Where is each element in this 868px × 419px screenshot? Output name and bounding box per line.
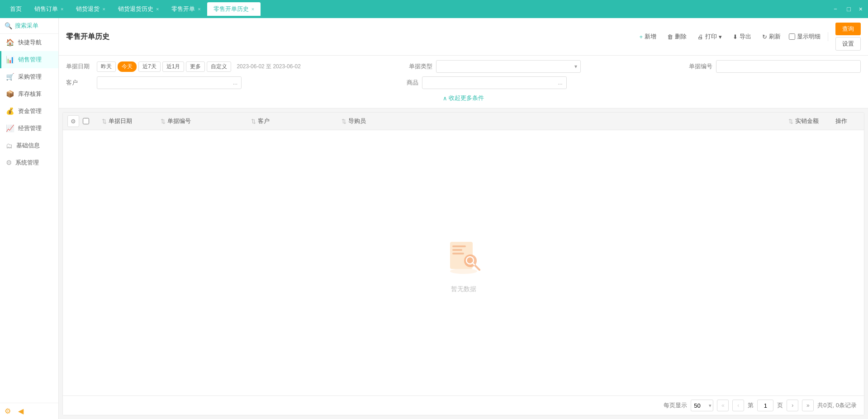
last-page-button[interactable]: »: [802, 400, 814, 411]
tab-sales-return-close[interactable]: ×: [102, 6, 105, 12]
sidebar-item-finance-label: 资金管理: [18, 107, 42, 115]
customer-input[interactable]: [101, 80, 233, 86]
col-date-sort-icon[interactable]: ⇅: [102, 118, 107, 125]
export-button[interactable]: ⬇ 导出: [730, 31, 754, 42]
tab-retail-open-history-close[interactable]: ×: [251, 6, 254, 12]
tab-sales-return-label: 销货退货: [76, 5, 100, 13]
date-btn-today[interactable]: 今天: [118, 61, 137, 72]
per-page-select[interactable]: 20 50 100 200: [691, 400, 713, 411]
filter-area: 单据日期 昨天 今天 近7天 近1月 更多 自定义 2023-06-02 至 2…: [59, 56, 868, 108]
settings-icon[interactable]: ⚙: [5, 407, 11, 415]
close-button[interactable]: ×: [857, 5, 864, 14]
sidebar-item-sys-mgmt[interactable]: ⚙ 系统管理: [0, 154, 58, 171]
per-page-label: 每页显示: [664, 401, 687, 410]
refresh-label: 刷新: [769, 33, 781, 41]
tab-sales-order[interactable]: 销售订单 ×: [28, 2, 70, 16]
add-icon: +: [639, 33, 643, 40]
sidebar-item-purchase-mgmt[interactable]: 🛒 采购管理: [0, 68, 58, 85]
prev-page-button[interactable]: ‹: [732, 400, 744, 411]
collapse-sidebar-icon[interactable]: ◀: [18, 407, 24, 415]
empty-illustration: [441, 233, 486, 278]
type-label: 单据类型: [405, 62, 432, 71]
print-button[interactable]: 🖨 打印 ▾: [695, 31, 725, 42]
sidebar-item-finance[interactable]: 💰 资金管理: [0, 103, 58, 120]
add-button[interactable]: + 新增: [636, 31, 659, 42]
goods-input[interactable]: [426, 80, 558, 86]
number-input[interactable]: [716, 60, 861, 73]
delete-icon: 🗑: [667, 33, 673, 40]
tab-home[interactable]: 首页: [4, 2, 28, 16]
refresh-button[interactable]: ↻ 刷新: [759, 31, 783, 42]
svg-rect-2: [452, 245, 466, 247]
goods-dots[interactable]: ...: [558, 80, 562, 86]
next-page-button[interactable]: ›: [787, 400, 798, 411]
tab-retail-open[interactable]: 零售开单 ×: [165, 2, 207, 16]
delete-button[interactable]: 🗑 删除: [664, 31, 689, 42]
number-label: 单据编号: [685, 62, 712, 71]
type-select[interactable]: [436, 60, 581, 73]
minimize-button[interactable]: －: [830, 4, 840, 14]
col-header-date: ⇅ 单据日期: [97, 117, 156, 125]
maximize-button[interactable]: □: [845, 5, 852, 14]
col-number-sort-icon[interactable]: ⇅: [161, 118, 166, 125]
collapse-btn[interactable]: ∧ 收起更多条件: [439, 93, 488, 104]
date-btn-1month[interactable]: 近1月: [162, 61, 185, 72]
first-page-button[interactable]: «: [717, 400, 729, 411]
filter-collapse-row: ∧ 收起更多条件: [66, 93, 861, 104]
sidebar-item-base-info-label: 基础信息: [16, 141, 40, 150]
tab-retail-open-history-label: 零售开单历史: [213, 5, 249, 13]
date-quick-btns: 昨天 今天 近7天 近1月 更多 自定义: [97, 61, 231, 72]
table-settings-button[interactable]: ⚙: [67, 115, 79, 127]
show-detail-checkbox[interactable]: [789, 33, 795, 40]
tab-retail-open-history[interactable]: 零售开单历史 ×: [207, 2, 261, 16]
date-btn-custom[interactable]: 自定义: [207, 61, 231, 72]
add-label: 新增: [645, 33, 656, 41]
sidebar-item-inventory[interactable]: 📦 库存核算: [0, 85, 58, 103]
print-icon: 🖨: [697, 33, 703, 40]
page-suffix-label: 页: [777, 401, 783, 410]
page-input[interactable]: [757, 400, 773, 411]
pagination-bar: 每页显示 20 50 100 200 ▾ « ‹ 第 页 › » 共0页,: [63, 395, 864, 415]
show-detail-text: 显示明细: [797, 33, 821, 41]
sidebar-item-base-info[interactable]: 🗂 基础信息: [0, 137, 58, 154]
col-amount-sort-icon[interactable]: ⇅: [788, 118, 793, 125]
export-icon: ⬇: [733, 33, 738, 40]
tab-retail-open-close[interactable]: ×: [198, 6, 200, 12]
top-tabbar: 首页 销售订单 × 销货退货 × 销货退货历史 × 零售开单 × 零售开单历史 …: [0, 0, 868, 18]
window-controls: － □ ×: [830, 4, 864, 14]
sidebar-search[interactable]: 🔍 搜索采单: [0, 18, 58, 34]
sidebar-item-quick-nav[interactable]: 🏠 快捷导航: [0, 34, 58, 51]
tab-sales-return-history-close[interactable]: ×: [156, 6, 159, 12]
tab-sales-return-history-label: 销货退货历史: [118, 5, 153, 13]
query-button[interactable]: 查询: [835, 23, 861, 35]
page-prefix-label: 第: [748, 401, 754, 410]
sidebar-item-sales-mgmt-label: 销售管理: [18, 56, 42, 64]
show-detail-label[interactable]: 显示明细: [789, 33, 821, 41]
settings-button[interactable]: 设置: [835, 37, 861, 51]
query-settings-group: 查询设置: [835, 23, 861, 51]
tab-sales-order-close[interactable]: ×: [61, 6, 63, 12]
date-btn-more[interactable]: 更多: [186, 61, 205, 72]
purchase-mgmt-icon: 🛒: [6, 73, 14, 81]
svg-rect-3: [452, 249, 462, 251]
date-btn-yesterday[interactable]: 昨天: [97, 61, 116, 72]
customer-dots[interactable]: ...: [233, 80, 237, 86]
date-btn-7days[interactable]: 近7天: [138, 61, 161, 72]
sidebar-item-sales-mgmt[interactable]: 📊 销售管理: [0, 51, 58, 68]
print-label: 打印: [705, 33, 717, 41]
tab-sales-return-history[interactable]: 销货退货历史 ×: [112, 2, 165, 16]
table-container: ⚙ ⇅ 单据日期 ⇅ 单据编号 ⇅ 客户: [62, 112, 864, 415]
date-range-text: 2023-06-02 至 2023-06-02: [237, 63, 300, 71]
total-info: 共0页, 0条记录: [817, 401, 857, 410]
col-guide-sort-icon[interactable]: ⇅: [342, 118, 346, 125]
col-customer-sort-icon[interactable]: ⇅: [251, 118, 256, 125]
select-all-checkbox[interactable]: [83, 118, 89, 124]
tab-sales-return[interactable]: 销货退货 ×: [70, 2, 111, 16]
col-header-customer: ⇅ 客户: [247, 117, 337, 125]
sales-mgmt-icon: 📊: [6, 56, 14, 64]
type-select-wrap: ▾: [436, 60, 581, 73]
page-header: 零售开单历史 + 新增 🗑 删除 🖨 打印 ▾ ⬇ 导出: [59, 18, 868, 56]
customer-label: 客户: [66, 79, 93, 87]
sidebar-item-ops-mgmt[interactable]: 📈 经营管理: [0, 120, 58, 137]
filter-row-date: 单据日期 昨天 今天 近7天 近1月 更多 自定义 2023-06-02 至 2…: [66, 60, 861, 73]
